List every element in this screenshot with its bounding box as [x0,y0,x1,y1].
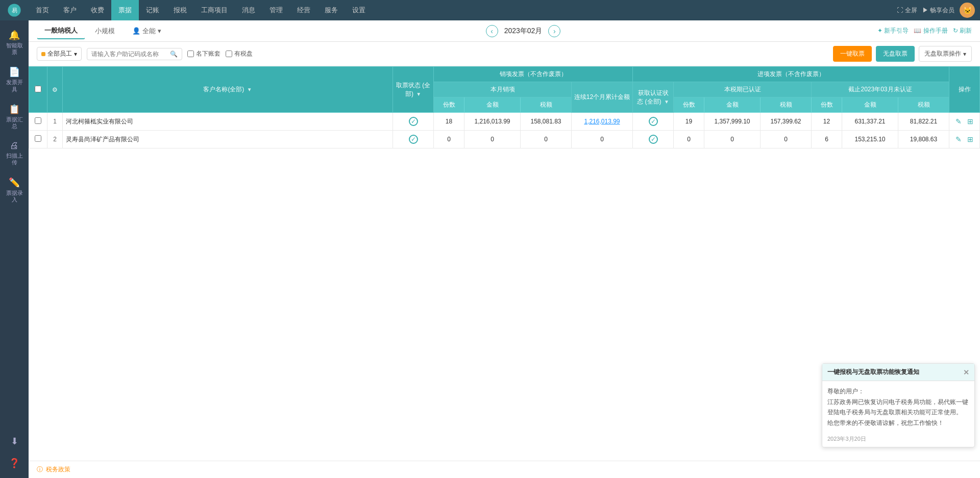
nav-service[interactable]: 服务 [317,0,345,20]
svg-text:易: 易 [12,7,17,13]
refresh-btn[interactable]: ↻ 刷新 [953,27,972,35]
row-customer-0: 河北柯箍柢实业有限公司 [63,113,393,131]
vip-btn[interactable]: ▶ 畅享会员 [922,6,954,15]
sidebar-label-invoice-open: 发票开具 [4,79,25,92]
th-purchase-period-tax: 税额 [761,97,812,113]
select-all-checkbox[interactable] [35,86,41,92]
main-table: ⚙ 客户名称(全部) ▼ 取票状态 (全部) ▼ 销项发票（不含作废票） 进项发… [29,66,980,148]
nav-message[interactable]: 消息 [235,0,262,20]
row-unconfirmed-tax-1: 19,808.63 [898,131,949,148]
sidebar-item-smart-ticket[interactable]: 🔔 智能取票 [2,26,27,60]
checkbox-account[interactable]: 名下账套 [187,49,220,58]
tax-policy-bar[interactable]: ⓘ 税务政策 [29,461,980,478]
help-icon: ❓ [9,458,20,469]
tabs-row: 一般纳税人 小规模 👤 全能 ▾ ‹ 2023年02月 › ✦ 新手引导 📖 操… [29,20,980,42]
sidebar-item-invoice-entry[interactable]: ✏️ 票据录入 [2,173,27,207]
next-month-btn[interactable]: › [548,25,560,37]
row-customer-1: 灵寿县尚泽矿产品有限公司 [63,131,393,148]
current-month: 2023年02月 [504,27,543,36]
row-cancel-status-0: ✓ [393,113,434,131]
nav-customer[interactable]: 客户 [56,0,84,20]
th-unconfirmed-count: 份数 [812,97,842,113]
row-period-count-0: 19 [674,113,704,131]
employee-filter[interactable]: 全部员工 ▾ [37,47,82,61]
nav-business[interactable]: 工商项目 [194,0,235,20]
th-sales-month: 本月销项 [434,82,572,97]
sidebar-label-invoice-entry: 票据录入 [4,190,25,203]
logo: 易 [5,1,23,19]
row-period-amount-0: 1,357,999.10 [704,113,761,131]
person-icon: 👤 [132,27,140,35]
sidebar-item-scan-upload[interactable]: 🖨 扫描上传 [2,136,27,170]
nav-right: ⛶ 全屏 ▶ 畅享会员 🐱 [897,3,975,18]
notification-body: 尊敬的用户： 江苏政务网已恢复访问电子税务局功能，易代账一键登陆电子税务局与无盘… [822,381,974,433]
row-sales-amount-1: 0 [464,131,521,148]
row-cancel-status-1: ✓ [393,131,434,148]
nav-home[interactable]: 首页 [29,0,56,20]
prev-month-btn[interactable]: ‹ [486,25,498,37]
table-row: 1 河北柯箍柢实业有限公司 ✓ 18 1,216,013.99 158,081.… [29,113,980,131]
th-sales-tax: 税额 [521,97,572,113]
toolbar-right-actions: 一键取票 无盘取票 无盘取票操作 ▾ [833,46,972,62]
row-checkbox-0[interactable] [29,113,47,131]
nav-fee[interactable]: 收费 [84,0,111,20]
row-purchase-status-0: ✓ [633,113,674,131]
th-purchase-period-amount: 金额 [704,97,761,113]
tab-general-taxpayer[interactable]: 一般纳税人 [37,22,85,39]
sidebar-item-invoice-summary[interactable]: 📋 票据汇总 [2,99,27,134]
manual-btn[interactable]: 📖 操作手册 [914,27,947,35]
nav-invoice[interactable]: 票据 [111,0,139,20]
fullscreen-btn[interactable]: ⛶ 全屏 [897,6,917,15]
one-key-ticket-btn[interactable]: 一键取票 [833,46,872,62]
bell-icon: 🔔 [9,30,20,41]
row-checkbox-1[interactable] [29,131,47,148]
user-avatar[interactable]: 🐱 [960,3,975,18]
edit-icon-1[interactable]: ✎ [955,135,962,143]
no-disk-ops-btn[interactable]: 无盘取票操作 ▾ [919,46,972,62]
view-icon-0[interactable]: ⊞ [967,117,973,125]
download-icon: ⬇ [11,436,18,447]
no-disk-ticket-btn[interactable]: 无盘取票 [876,46,915,62]
nav-settings[interactable]: 设置 [345,0,373,20]
sidebar-item-help[interactable]: ❓ [2,454,27,473]
tab-small-scale[interactable]: 小规模 [87,23,122,39]
search-input[interactable] [91,51,168,58]
edit-icon-0[interactable]: ✎ [955,117,962,125]
tax-policy-label: 税务政策 [46,465,70,474]
row-sales-tax-1: 0 [521,131,572,148]
guide-btn[interactable]: ✦ 新手引导 [877,27,909,35]
row-num-0: 1 [47,113,63,131]
row-period-tax-0: 157,399.62 [761,113,812,131]
sidebar-item-download[interactable]: ⬇ [2,432,27,451]
nav-tax[interactable]: 报税 [166,0,194,20]
sidebar: 🔔 智能取票 📄 发票开具 📋 票据汇总 🖨 扫描上传 ✏️ 票据录入 ⬇ ❓ [0,20,29,478]
row-actions-1: ✎ ⊞ [949,131,980,148]
th-unconfirmed-amount: 金额 [842,97,898,113]
month-selector: ‹ 2023年02月 › [171,25,875,37]
th-purchase-status: 获取认证状态 (全部) ▼ [633,82,674,113]
nav-manage[interactable]: 管理 [262,0,290,20]
tab-all[interactable]: 👤 全能 ▾ [125,23,169,39]
checkbox-taxdisk[interactable]: 有税盘 [226,49,253,58]
nav-operation[interactable]: 经营 [290,0,317,20]
checkbox-account-input[interactable] [187,51,194,57]
checkbox-taxdisk-input[interactable] [226,51,232,57]
notification-close-btn[interactable]: ✕ [963,368,969,376]
row-actions-0: ✎ ⊞ [949,113,980,131]
sidebar-bottom: ⬇ ❓ [2,432,27,478]
chevron-down-icon: ▾ [963,51,966,58]
th-settings: ⚙ [47,67,63,113]
row-period-count-1: 0 [674,131,704,148]
th-checkbox [29,67,47,113]
search-icon[interactable]: 🔍 [170,51,178,58]
th-purchase-period: 本税期已认证 [674,82,812,97]
sidebar-item-invoice-open[interactable]: 📄 发票开具 [2,62,27,96]
edit-icon: ✏️ [9,177,20,188]
nav-bookkeeping[interactable]: 记账 [139,0,166,20]
info-icon: ⓘ [37,465,43,474]
view-icon-1[interactable]: ⊞ [967,135,973,143]
row-cumulative-1: 0 [572,131,633,148]
row-purchase-status-1: ✓ [633,131,674,148]
row-num-1: 2 [47,131,63,148]
th-purchase-period-count: 份数 [674,97,704,113]
